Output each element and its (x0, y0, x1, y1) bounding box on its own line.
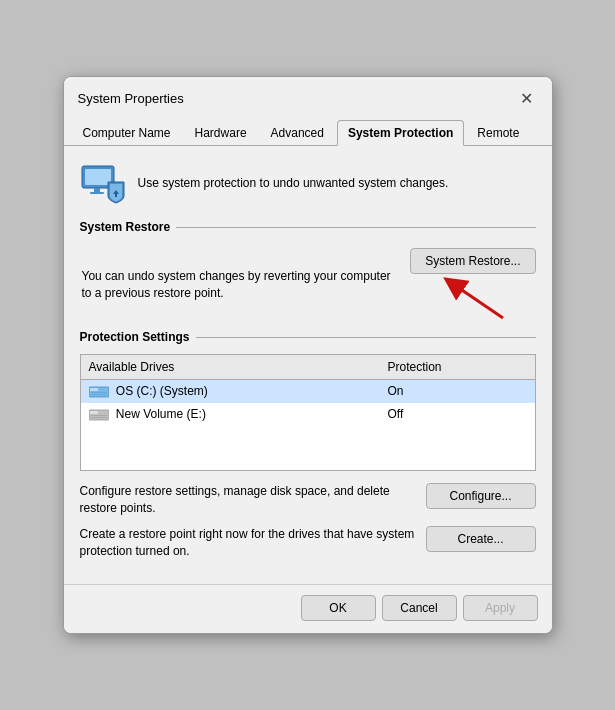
tab-bar: Computer Name Hardware Advanced System P… (64, 113, 552, 146)
system-restore-header: System Restore (80, 220, 536, 234)
close-button[interactable]: ✕ (516, 87, 538, 109)
footer-buttons: OK Cancel Apply (64, 584, 552, 633)
svg-rect-1 (85, 169, 111, 185)
svg-rect-3 (90, 192, 104, 194)
drive-cell: OS (C:) (System) (80, 380, 379, 403)
section-divider (176, 227, 535, 228)
protection-settings-header: Protection Settings (80, 330, 536, 344)
tab-advanced[interactable]: Advanced (260, 120, 335, 146)
drive-c-icon (89, 385, 109, 399)
configure-button[interactable]: Configure... (426, 483, 536, 509)
tab-hardware[interactable]: Hardware (184, 120, 258, 146)
create-description: Create a restore point right now for the… (80, 526, 416, 560)
table-row-empty (80, 448, 535, 471)
svg-rect-7 (90, 388, 98, 391)
system-restore-label: System Restore (80, 220, 171, 234)
svg-rect-9 (91, 394, 107, 395)
drives-table: Available Drives Protection (80, 354, 536, 471)
ok-button[interactable]: OK (301, 595, 376, 621)
info-text: Use system protection to undo unwanted s… (138, 175, 449, 192)
configure-description: Configure restore settings, manage disk … (80, 483, 416, 517)
system-properties-dialog: System Properties ✕ Computer Name Hardwa… (63, 76, 553, 634)
info-row: Use system protection to undo unwanted s… (80, 160, 536, 206)
svg-rect-13 (91, 417, 107, 418)
protection-cell-c: On (379, 380, 535, 403)
restore-body: You can undo system changes by reverting… (80, 244, 536, 330)
svg-rect-12 (91, 415, 107, 416)
table-row-empty (80, 426, 535, 448)
create-row: Create a restore point right now for the… (80, 526, 536, 560)
restore-description: You can undo system changes by reverting… (82, 268, 401, 302)
svg-rect-8 (91, 392, 107, 393)
restore-button-area: System Restore... (410, 248, 535, 322)
protection-settings-section: Protection Settings Available Drives Pro… (80, 330, 536, 560)
table-row[interactable]: OS (C:) (System) On (80, 380, 535, 403)
drive-e-icon (89, 408, 109, 422)
protection-section-divider (196, 337, 536, 338)
tab-content: Use system protection to undo unwanted s… (64, 146, 552, 584)
col-drives: Available Drives (80, 355, 379, 380)
protection-cell-e: Off (379, 403, 535, 426)
tab-remote[interactable]: Remote (466, 120, 530, 146)
tab-computer-name[interactable]: Computer Name (72, 120, 182, 146)
cancel-button[interactable]: Cancel (382, 595, 457, 621)
table-row[interactable]: New Volume (E:) Off (80, 403, 535, 426)
svg-line-5 (453, 284, 503, 318)
system-protection-icon (80, 160, 126, 206)
system-restore-button[interactable]: System Restore... (410, 248, 535, 274)
configure-row: Configure restore settings, manage disk … (80, 483, 536, 517)
red-arrow-indicator (433, 274, 513, 322)
drive-cell-e: New Volume (E:) (80, 403, 379, 426)
dialog-title: System Properties (78, 91, 184, 106)
svg-rect-11 (90, 411, 98, 414)
col-protection: Protection (379, 355, 535, 380)
apply-button[interactable]: Apply (463, 595, 538, 621)
tab-system-protection[interactable]: System Protection (337, 120, 464, 146)
protection-settings-label: Protection Settings (80, 330, 190, 344)
title-bar: System Properties ✕ (64, 77, 552, 109)
svg-rect-2 (94, 188, 100, 192)
create-button[interactable]: Create... (426, 526, 536, 552)
